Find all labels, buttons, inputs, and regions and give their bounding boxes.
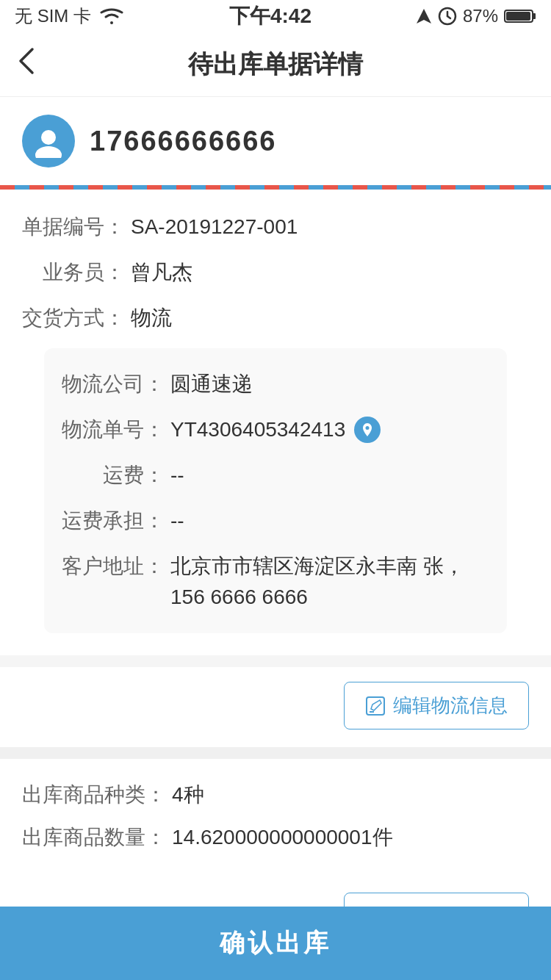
carrier-label: 无 SIM 卡 [15,4,91,28]
location-arrow-icon [416,8,432,24]
nav-bar: 待出库单据详情 [0,32,551,97]
freight-bearer-value: -- [170,505,489,536]
confirm-button-label: 确认出库 [220,926,331,960]
salesman-value: 曾凡杰 [131,257,529,288]
battery-icon [504,8,536,24]
address-label: 客户地址： [62,551,165,582]
goods-quantity-value: 14.620000000000001件 [172,824,393,851]
customer-avatar [22,115,75,167]
logistics-company-label: 物流公司： [62,369,165,400]
freight-label: 运费： [62,460,165,491]
order-info-section: 单据编号： SA-20191227-001 业务员： 曾凡杰 交货方式： 物流 … [0,190,551,655]
order-no-value: SA-20191227-001 [131,212,529,242]
svg-line-3 [447,16,450,18]
status-bar: 无 SIM 卡 下午4:42 87% [0,0,551,32]
svg-point-7 [41,130,56,145]
freight-value: -- [170,460,489,491]
logistics-tracking-row: 物流单号： YT4306405342413 [62,414,489,445]
goods-quantity-label: 出库商品数量： [22,824,166,851]
back-button[interactable] [18,46,35,82]
goods-types-row: 出库商品种类： 4种 [22,781,529,809]
salesman-row: 业务员： 曾凡杰 [22,257,529,288]
section-divider [0,747,551,759]
svg-point-9 [366,426,370,430]
page-title: 待出库单据详情 [188,48,363,82]
wifi-icon [98,7,125,26]
logistics-company-value: 圆通速递 [170,369,489,400]
freight-row: 运费： -- [62,460,489,491]
freight-bearer-label: 运费承担： [62,505,165,536]
status-time: 下午4:42 [229,2,311,30]
customer-phone: 17666666666 [90,126,276,157]
order-no-row: 单据编号： SA-20191227-001 [22,212,529,242]
freight-bearer-row: 运费承担： -- [62,505,489,536]
status-left: 无 SIM 卡 [15,4,125,28]
address-row: 客户地址： 北京市市辖区海淀区永丰南 张，156 6666 6666 [62,551,489,613]
clock-icon [438,7,457,26]
map-pin-icon [360,422,375,437]
svg-point-8 [35,146,62,158]
status-right: 87% [416,6,536,26]
edit-logistics-section: 编辑物流信息 [0,667,551,747]
delivery-type-value: 物流 [131,303,529,334]
edit-logistics-label: 编辑物流信息 [393,693,508,718]
tracking-location-icon[interactable] [354,417,381,443]
goods-types-label: 出库商品种类： [22,781,166,809]
address-value: 北京市市辖区海淀区永丰南 张，156 6666 6666 [170,551,489,613]
svg-rect-5 [533,13,536,19]
svg-rect-6 [506,12,530,21]
edit-icon [365,696,386,716]
customer-header: 17666666666 [0,97,551,185]
user-icon [32,124,65,158]
battery-label: 87% [463,6,498,26]
salesman-label: 业务员： [22,257,125,288]
delivery-type-label: 交货方式： [22,303,125,334]
goods-types-value: 4种 [172,781,204,809]
svg-marker-0 [417,9,431,24]
logistics-tracking-label: 物流单号： [62,414,165,445]
logistics-card: 物流公司： 圆通速递 物流单号： YT4306405342413 运费： [44,348,507,633]
svg-rect-10 [367,697,384,715]
goods-quantity-row: 出库商品数量： 14.620000000000001件 [22,824,529,851]
delivery-type-row: 交货方式： 物流 [22,303,529,334]
order-no-label: 单据编号： [22,212,125,242]
logistics-tracking-value: YT4306405342413 [170,414,489,445]
edit-logistics-button[interactable]: 编辑物流信息 [344,682,529,729]
confirm-button[interactable]: 确认出库 [0,907,551,980]
goods-section: 出库商品种类： 4种 出库商品数量： 14.620000000000001件 [0,759,551,881]
logistics-company-row: 物流公司： 圆通速递 [62,369,489,400]
